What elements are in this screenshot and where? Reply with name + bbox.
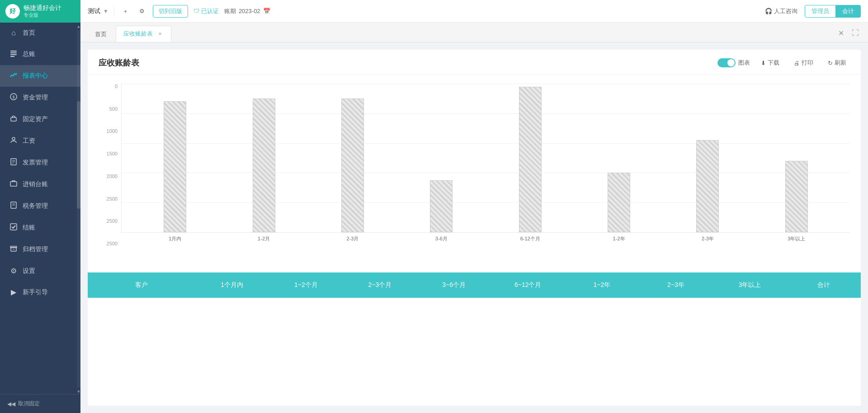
sidebar-item-invoice[interactable]: 发票管理 (0, 152, 80, 174)
sidebar-label-inventory: 进销台账 (23, 180, 48, 188)
close-window-button[interactable]: ✕ (835, 28, 846, 38)
y-label-4: 2500 (107, 218, 118, 224)
sidebar: 好 畅捷通好会计 专业版 ⌂ 首页 总账 报表中心 $ 资金管理 (0, 0, 80, 413)
chart-area: 2500 2500 2500 2000 1500 1000 500 0 (88, 75, 861, 269)
sidebar-item-archive[interactable]: 归档管理 (0, 239, 80, 260)
refresh-icon: ↻ (828, 60, 833, 66)
bar-8 (785, 161, 808, 232)
th-1month: 1个月内 (195, 281, 269, 289)
bar-label-4: 3-6月 (435, 235, 448, 242)
switch-version-button[interactable]: 切到旧版 (153, 5, 188, 18)
bar-group-4: 3-6月 (397, 84, 486, 232)
tab-home-label: 首页 (95, 30, 107, 38)
sidebar-item-ledger[interactable]: 总账 (0, 43, 80, 65)
tab-close-icon[interactable]: × (156, 30, 164, 38)
scroll-up-btn[interactable]: ▲ (77, 23, 80, 30)
gear-icon: ⚙ (139, 8, 145, 14)
sidebar-item-settings[interactable]: ⚙ 设置 (0, 260, 80, 282)
y-label-5: 2500 (107, 241, 118, 246)
sidebar-item-home[interactable]: ⌂ 首页 (0, 23, 80, 43)
download-button[interactable]: ⬇ 下载 (757, 57, 783, 69)
toggle-label: 图表 (738, 59, 750, 67)
th-1-2month: 1~2个月 (269, 281, 343, 289)
th-customer: 客户 (88, 281, 195, 289)
sidebar-item-closing[interactable]: 结账 (0, 217, 80, 239)
scroll-thumb (77, 101, 80, 209)
tabbar-icons: ✕ ⛶ (835, 28, 861, 38)
app-edition: 专业版 (24, 12, 61, 19)
bar-label-6: 1-2年 (613, 235, 625, 242)
guide-icon: ▶ (9, 288, 18, 296)
accountant-button[interactable]: 会计 (836, 5, 861, 18)
bar-group-8: 3年以上 (752, 84, 841, 232)
sidebar-label-assets: 固定资产 (23, 115, 48, 123)
y-label-3: 2500 (107, 196, 118, 202)
toggle-switch[interactable] (717, 58, 736, 67)
maximize-button[interactable]: ⛶ (850, 28, 861, 38)
table-header: 客户 1个月内 1~2个月 2~3个月 3~6个月 6~12个月 1~2年 2~… (88, 272, 861, 298)
svg-point-7 (12, 137, 15, 140)
svg-rect-3 (10, 56, 14, 57)
payroll-icon (9, 136, 18, 145)
manager-button[interactable]: 管理员 (805, 5, 836, 18)
y-label-2: 2000 (107, 174, 118, 179)
switch-label: 切到旧版 (159, 8, 182, 14)
settings-icon: ⚙ (9, 267, 18, 275)
svg-rect-0 (10, 51, 17, 52)
bar-2 (253, 99, 275, 232)
th-3plus-year: 3年以上 (713, 281, 787, 289)
bar-label-3: 2-3月 (346, 235, 359, 242)
print-button[interactable]: 🖨 打印 (790, 57, 817, 69)
sidebar-label-archive: 归档管理 (23, 245, 48, 253)
bar-3 (341, 99, 364, 232)
sidebar-label-ledger: 总账 (23, 50, 35, 58)
sidebar-item-tax[interactable]: 税务管理 (0, 195, 80, 217)
sidebar-item-assets[interactable]: 固定资产 (0, 108, 80, 130)
company-selector[interactable]: 测试 ▼ (88, 7, 108, 15)
period-selector[interactable]: 账期 2023-02 📅 (224, 7, 270, 15)
add-button[interactable]: ＋ (120, 5, 131, 17)
th-2-3month: 2~3个月 (343, 281, 417, 289)
period-value: 2023-02 (239, 8, 260, 14)
refresh-button[interactable]: ↻ 刷新 (824, 57, 850, 69)
chart-y-axis: 2500 2500 2500 2000 1500 1000 500 0 (99, 84, 121, 246)
bar-7 (696, 140, 719, 232)
bar-1 (164, 101, 186, 232)
th-2-3year: 2~3年 (639, 281, 713, 289)
invoice-icon (9, 158, 18, 167)
certified-label: 已认证 (201, 7, 219, 15)
headset-icon: 🎧 (765, 8, 772, 14)
table-area: 客户 1个月内 1~2个月 2~3个月 3~6个月 6~12个月 1~2年 2~… (88, 272, 861, 298)
bar-label-7: 2-3年 (702, 235, 714, 242)
topbar: 测试 ▼ ＋ ⚙ 切到旧版 🛡 已认证 账期 2023-02 📅 🎧 人工咨询 (80, 0, 868, 23)
chart-toggle[interactable]: 图表 (717, 58, 750, 67)
bar-group-6: 1-2年 (575, 84, 663, 232)
download-label: 下载 (768, 59, 779, 67)
content-area: 应收账龄表 图表 ⬇ 下载 🖨 打印 (80, 42, 868, 413)
svg-text:$: $ (12, 95, 14, 99)
sidebar-item-guide[interactable]: ▶ 新手引导 (0, 282, 80, 303)
svg-rect-1 (10, 52, 17, 53)
y-label-0: 0 (115, 84, 118, 89)
assets-icon (9, 115, 18, 124)
th-1-2year: 1~2年 (565, 281, 639, 289)
sidebar-item-inventory[interactable]: 进销台账 (0, 174, 80, 195)
y-label-1: 1000 (107, 128, 118, 134)
user-buttons: 管理员 会计 (805, 5, 861, 18)
bar-4 (430, 180, 453, 232)
unpin-button[interactable]: ◀◀ 取消固定 (0, 394, 80, 413)
settings-button[interactable]: ⚙ (137, 6, 147, 16)
sidebar-item-funds[interactable]: $ 资金管理 (0, 87, 80, 108)
consulting-button[interactable]: 🎧 人工咨询 (765, 7, 797, 15)
sidebar-label-tax: 税务管理 (23, 202, 48, 210)
tab-home[interactable]: 首页 (88, 27, 114, 42)
closing-icon (9, 223, 18, 232)
sidebar-item-reports[interactable]: 报表中心 (0, 65, 80, 87)
sidebar-item-payroll[interactable]: 工资 (0, 130, 80, 152)
sidebar-label-home: 首页 (23, 29, 35, 37)
scroll-down-btn[interactable]: ▼ (77, 388, 80, 395)
reports-icon (9, 71, 18, 80)
th-total: 合计 (787, 281, 861, 289)
tab-receivables[interactable]: 应收账龄表 × (116, 26, 171, 42)
chart-plot: 1月内 1-2月 2-3月 (121, 84, 850, 233)
